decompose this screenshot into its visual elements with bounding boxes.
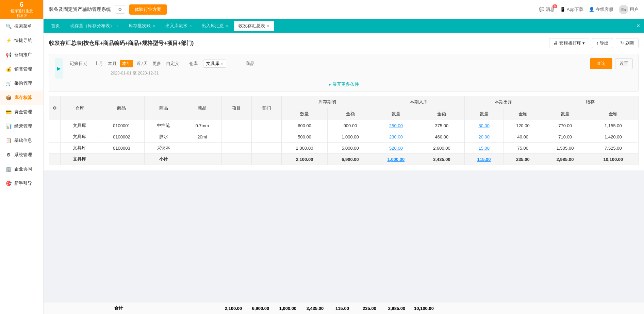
warehouse-filter-label: 仓库 [189,61,198,67]
close-tab-summary[interactable]: × [226,24,228,28]
sidebar-item-inventory[interactable]: 📦 库存核算 [0,90,43,105]
row-settings-icon[interactable] [49,131,61,143]
sidebar-item-system[interactable]: ⚙ 系统管理 [0,148,43,162]
date-this-month[interactable]: 本月 [106,60,118,67]
row-in-qty[interactable]: 520.00 [373,143,419,154]
close-all-tabs-button[interactable]: × [635,21,641,30]
row-name: 小计 [145,154,183,165]
close-tab-recv-send[interactable]: × [267,24,269,28]
settings-gear-button[interactable]: ⚙ [115,5,125,14]
sidebar-item-finance[interactable]: 💳 资金管理 [0,105,43,119]
close-tab-stock-dist[interactable]: × [116,24,118,28]
goods-filter-section: 商品 ... [246,61,266,67]
close-tab-batch[interactable]: × [153,24,155,28]
date-last-month[interactable]: 上月 [93,60,104,67]
sidebar-item-guide[interactable]: 🎯 新手引导 [0,176,43,191]
row-warehouse: 文具库 [61,143,99,154]
date-custom[interactable]: 自定义 [165,60,181,67]
filter-toggle-button[interactable]: ▶ [55,58,63,79]
total-in-qty: 1,000.00 [274,306,301,311]
sidebar-logo[interactable]: 6 畅库通好生意 标准版 [0,0,43,19]
sidebar-item-quick-nav[interactable]: ⚡ 快捷导航 [0,33,43,48]
row-opening-qty: 600.00 [282,120,327,131]
message-button[interactable]: 💬 消息 6 [539,6,555,13]
goods-code-col-header: 商品 [99,96,144,120]
sidebar-item-sales[interactable]: 💰 销售管理 [0,62,43,76]
online-service-button[interactable]: 👤 在线客服 [589,6,613,13]
row-dept [252,131,282,143]
row-opening-qty: 2,100.00 [282,154,327,165]
row-in-qty[interactable]: 1,000.00 [373,154,419,165]
goods-spec-col-header: 商品 [183,96,221,120]
row-in-qty[interactable]: 250.00 [373,120,419,131]
sidebar-item-marketing[interactable]: 📢 营销推广 [0,48,43,62]
close-tab-flow[interactable]: × [189,24,192,28]
table-row: 文具库0100002胶水20ml500.001,000.00230.00460.… [49,131,639,143]
out-qty-header: 数量 [465,108,503,120]
print-button[interactable]: 🖨 套模板打印 ▾ [549,38,589,48]
row-settings-icon[interactable] [49,143,61,154]
row-out-qty[interactable]: 15.00 [465,143,503,154]
tab-stock-dist[interactable]: 现存量（库存分布表） × [65,21,123,31]
date-7days[interactable]: 近7天 [135,60,149,67]
row-balance-amt: 1,155.00 [588,120,638,131]
date-this-year[interactable]: 本年 [120,60,133,67]
total-in-amt: 3,435.00 [301,306,329,311]
export-button[interactable]: ↑ 导出 [592,38,613,48]
user-button[interactable]: Ea 用户 [619,5,639,14]
row-project [221,143,251,154]
row-out-qty[interactable]: 20.00 [465,131,503,143]
sidebar-item-label: 基础信息 [14,137,32,144]
tab-summary[interactable]: 出入库汇总 × [197,21,233,31]
tab-recv-send[interactable]: 收发存汇总表 × [234,21,274,31]
row-in-amt: 460.00 [419,131,464,143]
refresh-button[interactable]: ↻ 刷新 [616,38,639,48]
report-title: 收发存汇总表(按仓库+商品编码+商品+规格型号+项目+部门) [49,40,194,47]
tab-flow[interactable]: 出入库流水 × [161,21,196,31]
row-spec: 0.7mm [183,120,221,131]
trial-button[interactable]: 体验行业方案 [129,4,167,15]
printer-icon: 🖨 [554,40,558,46]
row-in-qty[interactable]: 230.00 [373,131,419,143]
row-settings-icon[interactable] [49,120,61,131]
row-code: 0100003 [99,143,144,154]
search-icon: 🔍 [5,23,12,29]
sidebar-item-search[interactable]: 🔍 搜索菜单 [0,19,43,33]
main-area: 装备及固定资产辅助管理系统 ⚙ 体验行业方案 💬 消息 6 📱 App下载 👤 … [44,0,644,314]
sidebar-item-basic-info[interactable]: 📋 基础信息 [0,133,43,148]
tab-batch[interactable]: 库存批次账 × [124,21,160,31]
total-out-qty: 115.00 [329,306,356,311]
row-warehouse: 文具库 [61,120,99,131]
row-settings-icon [49,154,61,165]
sidebar-item-enterprise[interactable]: 🏢 企业协同 [0,162,43,176]
query-button[interactable]: 查询 [590,58,612,69]
row-out-qty[interactable]: 80.00 [465,120,503,131]
warehouse-tag-close[interactable]: × [221,62,223,66]
sidebar-item-label: 系统管理 [14,152,32,158]
total-out-amt: 235.00 [356,306,383,311]
tab-batch-label: 库存批次账 [129,23,151,29]
table-group-header-row: ⚙ 仓库 商品 商品 商品 项目 部门 库存期初 本期入库 本期出库 结存 [49,96,639,108]
dept-col-header: 部门 [252,96,282,120]
filter-settings-button[interactable]: 设置 [615,58,633,69]
filter-divider: ▾ 展开更多条件 [55,81,633,87]
sidebar-item-label: 营销推广 [14,52,32,58]
total-values: 2,100.00 6,900.00 1,000.00 3,435.00 115.… [220,306,639,311]
tab-home[interactable]: 首页 [46,21,65,31]
row-out-qty[interactable]: 115.00 [465,154,503,165]
sidebar-item-purchase[interactable]: 🛒 采购管理 [0,76,43,90]
warehouse-more-button[interactable]: ... [232,61,237,66]
app-download-button[interactable]: 📱 App下载 [560,6,583,13]
table-body: 文具库0100001中性笔0.7mm600.00900.00250.00375.… [49,120,639,165]
date-filter-label: 记账日期 [70,61,87,67]
sidebar-item-operations[interactable]: 📊 经营管理 [0,119,43,133]
in-group-header: 本期入库 [373,96,465,108]
date-more[interactable]: 更多 [151,60,163,67]
opening-group-header: 库存期初 [282,96,373,108]
expand-filter-button[interactable]: ▾ 展开更多条件 [329,81,359,87]
row-balance-qty: 770.00 [542,120,588,131]
total-balance-qty: 2,985.00 [383,306,410,311]
goods-more-button[interactable]: ... [260,61,266,66]
megaphone-icon: 📢 [5,52,12,57]
row-name: 中性笔 [145,120,183,131]
